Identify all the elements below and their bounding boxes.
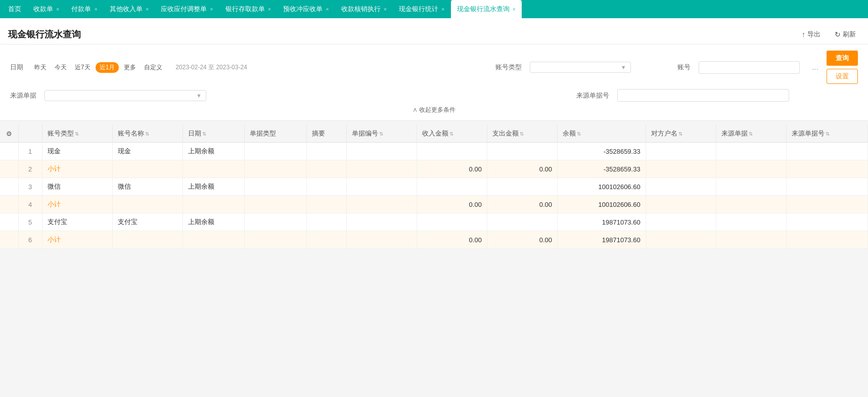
date-btn-1month[interactable]: 近1月 <box>96 62 119 73</box>
cell-account_name: 支付宝 <box>112 213 182 231</box>
close-icon[interactable]: × <box>384 0 387 18</box>
th-account-type[interactable]: 账号类型⇅ <box>42 125 112 143</box>
nav-item-payment[interactable]: 付款单 × <box>65 0 103 18</box>
th-gear[interactable]: ⚙ <box>0 125 18 143</box>
date-btn-yesterday[interactable]: 昨天 <box>31 62 50 73</box>
close-icon[interactable]: × <box>94 0 97 18</box>
filter-row-1: 日期 昨天 今天 近7天 近1月 更多 自定义 2023-02-24 至 202… <box>10 51 858 84</box>
cell-balance: 19871073.60 <box>558 213 646 231</box>
th-doc-type: 单据类型 <box>245 125 306 143</box>
cell-source_doc <box>716 196 786 213</box>
cell-account_type: 小计 <box>42 160 112 178</box>
th-income[interactable]: 收入金额⇅ <box>417 125 487 143</box>
table-row: 5支付宝支付宝上期余额19871073.60 <box>0 213 868 231</box>
account-type-label: 账号类型 <box>495 63 522 72</box>
cell-account_name <box>112 231 182 249</box>
th-source-doc[interactable]: 来源单据⇅ <box>716 125 786 143</box>
settings-button[interactable]: 设置 <box>827 69 858 84</box>
cell-date: 上期余额 <box>183 143 245 160</box>
filter-row-2: 来源单据 ▼ 来源单据号 <box>10 89 858 102</box>
cell-gear <box>0 196 18 213</box>
cell-counterpart <box>646 160 716 178</box>
cell-doc_type <box>245 178 306 196</box>
cell-account_name: 现金 <box>112 143 182 160</box>
date-label: 日期 <box>10 63 23 72</box>
cell-balance: 100102606.60 <box>558 178 646 196</box>
cell-summary <box>306 143 346 160</box>
cell-expense: 0.00 <box>487 196 557 213</box>
cell-doc_no <box>346 196 417 213</box>
filter-area: 日期 昨天 今天 近7天 近1月 更多 自定义 2023-02-24 至 202… <box>0 45 868 121</box>
nav-item-receipt-exec[interactable]: 收款核销执行 × <box>335 0 393 18</box>
source-doc-no-input[interactable] <box>617 89 789 102</box>
cell-balance: 100102606.60 <box>558 196 646 213</box>
export-button[interactable]: ↑ 导出 <box>798 28 825 41</box>
cell-income: 0.00 <box>417 196 487 213</box>
cell-source_doc <box>716 160 786 178</box>
date-btn-custom[interactable]: 自定义 <box>141 62 165 73</box>
nav-item-other-income[interactable]: 其他收入单 × <box>104 0 155 18</box>
refresh-icon: ↻ <box>835 30 841 38</box>
cell-account_type: 微信 <box>42 178 112 196</box>
cell-account_name <box>112 160 182 178</box>
cell-doc_type <box>245 143 306 160</box>
cell-gear <box>0 231 18 249</box>
date-btn-more[interactable]: 更多 <box>121 62 139 73</box>
th-account-name[interactable]: 账号名称⇅ <box>112 125 182 143</box>
cell-account_type: 现金 <box>42 143 112 160</box>
nav-item-home[interactable]: 首页 <box>2 0 27 18</box>
chevron-up-icon: ∧ <box>413 106 418 113</box>
collapse-bar[interactable]: ∧ 收起更多条件 <box>10 104 858 115</box>
cell-source_doc_no <box>786 160 867 178</box>
close-icon[interactable]: × <box>513 0 516 18</box>
close-icon[interactable]: × <box>210 0 213 18</box>
cell-row_num: 2 <box>18 160 42 178</box>
cell-doc_type <box>245 231 306 249</box>
nav-item-bank-deposit[interactable]: 银行存取款单 × <box>219 0 277 18</box>
date-btn-today[interactable]: 今天 <box>52 62 70 73</box>
close-icon[interactable]: × <box>56 0 59 18</box>
nav-item-prepaid-offset[interactable]: 预收冲应收单 × <box>277 0 335 18</box>
table-row: 4小计0.000.00100102606.60 <box>0 196 868 213</box>
header-actions: ↑ 导出 ↻ 刷新 <box>798 28 860 41</box>
th-row-num <box>18 125 42 143</box>
cell-balance: -3528659.33 <box>558 160 646 178</box>
th-doc-no[interactable]: 单据编号⇅ <box>346 125 417 143</box>
th-date[interactable]: 日期⇅ <box>183 125 245 143</box>
table-row: 6小计0.000.0019871073.60 <box>0 231 868 249</box>
account-type-select[interactable]: ▼ <box>530 62 631 73</box>
cell-summary <box>306 178 346 196</box>
th-counterpart[interactable]: 对方户名⇅ <box>646 125 716 143</box>
close-icon[interactable]: × <box>146 0 149 18</box>
close-icon[interactable]: × <box>326 0 329 18</box>
nav-item-cash-bank-stats[interactable]: 现金银行统计 × <box>393 0 450 18</box>
cell-source_doc_no <box>786 231 867 249</box>
th-source-doc-no[interactable]: 来源单据号⇅ <box>786 125 867 143</box>
cell-counterpart <box>646 178 716 196</box>
query-button[interactable]: 查询 <box>827 51 858 66</box>
table-header-row: ⚙ 账号类型⇅ 账号名称⇅ 日期⇅ 单据类型 摘要 单据编号⇅ 收入金额⇅ 支出… <box>0 125 868 143</box>
refresh-button[interactable]: ↻ 刷新 <box>831 28 860 41</box>
cell-gear <box>0 178 18 196</box>
cell-source_doc <box>716 231 786 249</box>
cell-source_doc <box>716 178 786 196</box>
account-dots-button[interactable]: ... <box>812 63 818 72</box>
close-icon[interactable]: × <box>268 0 271 18</box>
source-doc-select[interactable]: ▼ <box>44 90 206 101</box>
date-range-text: 2023-02-24 至 2023-03-24 <box>175 63 247 72</box>
table-row: 3微信微信上期余额100102606.60 <box>0 178 868 196</box>
cell-account_type: 支付宝 <box>42 213 112 231</box>
cell-row_num: 3 <box>18 178 42 196</box>
th-expense[interactable]: 支出金额⇅ <box>487 125 557 143</box>
date-btn-7days[interactable]: 近7天 <box>72 62 94 73</box>
cell-doc_no <box>346 178 417 196</box>
close-icon[interactable]: × <box>441 0 444 18</box>
th-balance[interactable]: 余额⇅ <box>558 125 646 143</box>
cell-counterpart <box>646 143 716 160</box>
nav-item-ar-ap-adjust[interactable]: 应收应付调整单 × <box>155 0 219 18</box>
nav-item-receipt[interactable]: 收款单 × <box>27 0 65 18</box>
account-input[interactable] <box>699 61 800 74</box>
table-container: ⚙ 账号类型⇅ 账号名称⇅ 日期⇅ 单据类型 摘要 单据编号⇅ 收入金额⇅ 支出… <box>0 125 868 249</box>
nav-item-cash-bank-flow[interactable]: 现金银行流水查询 × <box>451 0 522 18</box>
cell-source_doc_no <box>786 178 867 196</box>
